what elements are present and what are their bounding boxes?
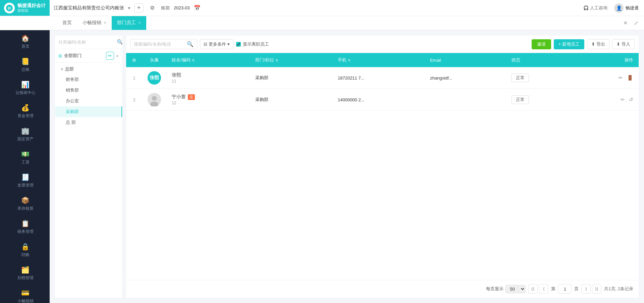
sidebar-ledger-label: 总账 <box>21 67 30 72</box>
sidebar-funds-label: 资金管理 <box>17 113 34 119</box>
tab-dept-close[interactable]: × <box>139 20 141 25</box>
col-settings[interactable]: ⚙ <box>126 53 142 67</box>
sidebar-item-ledger[interactable]: 📒 总账 <box>0 53 50 77</box>
app-name: 畅捷通好会计 <box>17 3 46 8</box>
import-icon: ⬇ <box>616 42 620 47</box>
row-num-2: 2 <box>126 89 142 111</box>
user-area[interactable]: 👤 畅捷通 <box>614 3 639 13</box>
dept-search-area: 🔍 <box>55 36 122 49</box>
tab-close-window[interactable]: ✕ <box>621 19 629 27</box>
calendar-icon[interactable]: 📅 <box>194 5 201 11</box>
per-page-dropdown[interactable]: 10 20 50 100 <box>505 285 526 293</box>
page-input[interactable] <box>558 284 572 294</box>
invoice-icon: 🧾 <box>21 173 30 181</box>
company-name: 江西服宝精品有限责任公司内账张 <box>54 5 124 11</box>
sidebar-assets-label: 固定资产 <box>17 136 34 142</box>
tax-icon: 📋 <box>21 219 30 228</box>
page-prev-button[interactable]: ⟨ <box>539 284 548 294</box>
funds-icon: 💰 <box>21 104 30 112</box>
page-label: 第 <box>551 286 555 292</box>
tab-expense-label: 小畅报销 <box>83 20 101 26</box>
sidebar: 🏠 首页 📒 总账 📊 云报表中心 💰 资金管理 🏢 固定资产 💵 工资 🧾 发… <box>0 30 50 303</box>
more-filter-button[interactable]: ⊟ 更多条件 ▾ <box>200 39 233 49</box>
user-avatar: 👤 <box>614 3 624 13</box>
row-avatar-1: 张熙 <box>142 67 166 89</box>
company-dropdown-icon[interactable]: ▾ <box>128 6 130 10</box>
all-dept-label[interactable]: ⊞ 全部部门 <box>58 53 82 59</box>
tab-home-label: 首页 <box>62 20 72 26</box>
tab-expense-close[interactable]: × <box>104 20 106 25</box>
inventory-icon: 📦 <box>21 196 30 204</box>
sidebar-item-close[interactable]: 🔒 结账 <box>0 239 50 262</box>
row-avatar-2 <box>142 89 166 111</box>
sidebar-invoice-label: 发票管理 <box>17 183 34 188</box>
dept-item-sales[interactable]: 销售部 <box>55 85 122 96</box>
dept-item-purchase[interactable]: 采购部 <box>55 106 122 117</box>
filter-icon: ⊟ <box>204 42 207 47</box>
tab-dept-employee[interactable]: 部门员工 × <box>112 16 146 30</box>
service-button[interactable]: 🎧 人工咨询 <box>583 5 607 11</box>
tab-bar: 首页 小畅报销 × 部门员工 × ✕ ⤢ <box>0 16 644 30</box>
home-icon: 🏠 <box>21 34 30 42</box>
employee-table-body: 1 张熙 张熙 11 采购部 <box>126 67 639 111</box>
dept-item-headquarters[interactable]: 总 部 <box>55 117 122 128</box>
total-info: 共1页, 2条记录 <box>604 286 633 292</box>
search-icon[interactable]: 🔍 <box>187 41 194 47</box>
add-top-button[interactable]: + <box>134 3 144 13</box>
row-actions-1: ✏ 🚪 <box>576 67 639 89</box>
page-first-button[interactable]: ⟨⟨ <box>528 284 538 294</box>
col-phone[interactable]: 手机⇅ <box>332 53 425 67</box>
sidebar-item-salary[interactable]: 💵 工资 <box>0 146 50 169</box>
resigned-checkbox-input[interactable] <box>236 42 241 47</box>
assets-icon: 🏢 <box>21 127 30 135</box>
row-name-2: 宁小萱 应 12 <box>166 89 250 111</box>
sidebar-item-funds[interactable]: 💰 资金管理 <box>0 100 50 123</box>
service-label: 人工咨询 <box>590 5 607 11</box>
sidebar-item-inventory[interactable]: 📦 库存核算 <box>0 192 50 215</box>
sidebar-item-home[interactable]: 🏠 首页 <box>0 30 50 53</box>
dept-search-icon[interactable]: 🔍 <box>117 39 122 45</box>
dept-collapse-button[interactable]: « <box>116 53 119 58</box>
content-area: 🔍 ⊞ 全部部门 ✏ « ▼ 总部 <box>50 30 644 303</box>
sidebar-expense-label: 小畅报销 <box>17 298 34 303</box>
close-period-icon: 🔒 <box>21 243 30 251</box>
sidebar-item-invoice[interactable]: 🧾 发票管理 <box>0 169 50 192</box>
edit-button-1[interactable]: ✏ <box>619 75 623 81</box>
tab-home[interactable]: 首页 <box>57 16 77 30</box>
tab-expand-icon[interactable]: ⤢ <box>632 19 640 27</box>
add-employee-button[interactable]: + 新增员工 <box>554 39 584 49</box>
show-resigned-checkbox[interactable]: 显示离职员工 <box>236 41 269 47</box>
period-label: 账期 <box>161 5 170 11</box>
edit-button-2[interactable]: ✏ <box>621 97 625 103</box>
import-button[interactable]: ⬇ 导入 <box>612 39 635 49</box>
sidebar-item-archive[interactable]: 🗂️ 归档管理 <box>0 262 50 285</box>
col-status: 状态 <box>506 53 576 67</box>
col-name-code[interactable]: 姓名/编码⇅ <box>166 53 250 67</box>
dept-item-office[interactable]: 办公室 <box>55 96 122 106</box>
grid-icon: ⊞ <box>58 53 62 58</box>
sidebar-item-reports[interactable]: 📊 云报表中心 <box>0 77 50 100</box>
page-last-button[interactable]: ⟩⟩ <box>592 284 601 294</box>
invite-button[interactable]: 邀请 <box>532 39 551 49</box>
ledger-icon: 📒 <box>21 57 30 65</box>
employee-search-input[interactable] <box>134 42 185 47</box>
main-layout: 🏠 首页 📒 总账 📊 云报表中心 💰 资金管理 🏢 固定资产 💵 工资 🧾 发… <box>0 30 644 303</box>
row-email-1: zhangxidf... <box>425 67 506 89</box>
row-email-2 <box>425 89 506 111</box>
export-icon: ⬆ <box>591 42 595 47</box>
col-dept-pos[interactable]: 部门/职位⇅ <box>250 53 332 67</box>
sidebar-item-expense[interactable]: 💳 小畅报销 <box>0 285 50 303</box>
tab-expense[interactable]: 小畅报销 × <box>77 16 112 30</box>
page-next-button[interactable]: ⟩ <box>581 284 591 294</box>
restore-button-2[interactable]: ↺ <box>629 97 633 103</box>
sidebar-item-tax[interactable]: 📋 税务管理 <box>0 215 50 239</box>
emp-code-2: 12 <box>172 101 245 105</box>
arrow-icon: ▼ <box>60 67 64 71</box>
export-button[interactable]: ⬆ 导出 <box>587 39 609 49</box>
settings-top-icon[interactable]: ⚙ <box>148 3 157 13</box>
sidebar-item-assets[interactable]: 🏢 固定资产 <box>0 123 50 146</box>
dept-search-input[interactable] <box>58 40 115 45</box>
more-button-1[interactable]: 🚪 <box>627 75 633 81</box>
dept-item-finance[interactable]: 财务部 <box>55 74 122 85</box>
dept-edit-button[interactable]: ✏ <box>106 52 114 60</box>
